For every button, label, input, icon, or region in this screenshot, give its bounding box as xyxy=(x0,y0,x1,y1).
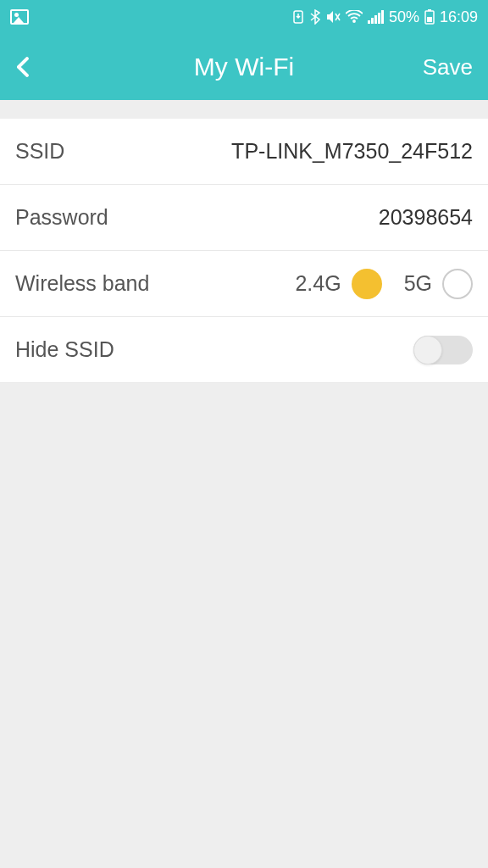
status-bar: 50% 16:09 xyxy=(0,0,488,34)
wifi-icon xyxy=(346,10,363,24)
mute-icon xyxy=(325,10,341,24)
picture-icon xyxy=(10,9,29,25)
ssid-label: SSID xyxy=(15,139,64,164)
wireless-band-row: Wireless band 2.4G 5G xyxy=(0,251,488,317)
band-radio-group: 2.4G 5G xyxy=(295,269,473,299)
clock-time: 16:09 xyxy=(440,8,478,26)
signal-icon xyxy=(368,10,384,24)
hide-ssid-row: Hide SSID xyxy=(0,317,488,383)
page-title: My Wi-Fi xyxy=(194,53,294,81)
password-label: Password xyxy=(15,205,108,230)
hide-ssid-label: Hide SSID xyxy=(15,337,114,362)
download-icon xyxy=(291,10,305,24)
nav-bar: My Wi-Fi Save xyxy=(0,34,488,100)
back-button[interactable] xyxy=(15,54,30,80)
battery-icon xyxy=(424,9,435,25)
save-button[interactable]: Save xyxy=(423,54,473,81)
ssid-row[interactable]: SSID TP-LINK_M7350_24F512 xyxy=(0,119,488,185)
password-row[interactable]: Password 20398654 xyxy=(0,185,488,251)
bluetooth-icon xyxy=(310,9,320,25)
band-option-5g-label: 5G xyxy=(404,271,432,296)
ssid-value: TP-LINK_M7350_24F512 xyxy=(231,139,473,164)
spacer xyxy=(0,100,488,119)
password-value: 20398654 xyxy=(379,205,473,230)
band-option-5g-radio[interactable] xyxy=(442,269,473,299)
svg-rect-3 xyxy=(427,17,432,22)
band-option-24g-label: 2.4G xyxy=(295,271,341,296)
wireless-band-label: Wireless band xyxy=(15,271,149,296)
toggle-knob xyxy=(413,336,442,364)
hide-ssid-toggle[interactable] xyxy=(413,336,473,364)
svg-rect-2 xyxy=(428,9,431,11)
battery-percent: 50% xyxy=(389,8,419,26)
band-option-24g-radio[interactable] xyxy=(352,269,382,299)
